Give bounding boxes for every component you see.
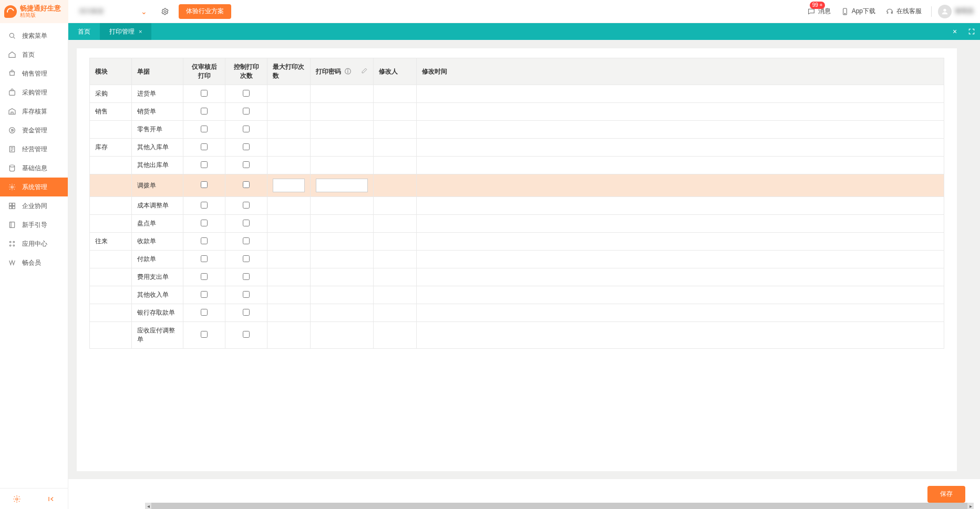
cell-module (90, 157, 132, 174)
edit-column-button[interactable] (361, 67, 368, 76)
save-button[interactable]: 保存 (927, 486, 965, 503)
cell-doc: 成本调整单 (132, 197, 183, 215)
sidebar-item-cart[interactable]: 销售管理 (0, 64, 68, 83)
org-selector[interactable]: 演示账套 ⌄ (75, 3, 151, 20)
tabs-close-all-button[interactable]: × (946, 23, 963, 40)
sidebar-item-stock[interactable]: 库存核算 (0, 102, 68, 121)
messages-button[interactable]: 99 + 消息 (807, 7, 831, 16)
sidebar-collapse-button[interactable] (45, 493, 57, 505)
audit-checkbox[interactable] (201, 126, 208, 132)
ctrl-checkbox[interactable] (243, 255, 250, 262)
sidebar-item-report[interactable]: 经营管理 (0, 140, 68, 159)
cell-module (90, 322, 132, 349)
audit-checkbox[interactable] (201, 181, 208, 188)
scroll-right-arrow[interactable]: ▸ (967, 503, 974, 509)
customer-service-button[interactable]: 在线客服 (885, 7, 922, 16)
audit-checkbox[interactable] (201, 220, 208, 226)
tab-close-icon[interactable]: × (139, 28, 142, 35)
cell-modby (374, 286, 417, 304)
ctrl-checkbox[interactable] (243, 202, 250, 209)
ctrl-checkbox[interactable] (243, 273, 250, 280)
topbar-divider (931, 6, 932, 17)
scroll-track[interactable] (151, 503, 967, 509)
industry-solution-button[interactable]: 体验行业方案 (179, 4, 231, 19)
gear-icon (161, 7, 169, 16)
th-password: 打印密码 ⓘ (311, 58, 374, 85)
cell-modby (374, 103, 417, 121)
audit-checkbox[interactable] (201, 255, 208, 262)
audit-checkbox[interactable] (201, 331, 208, 338)
sidebar-item-book[interactable]: 新手引导 (0, 215, 68, 234)
ctrl-checkbox[interactable] (243, 237, 250, 244)
cell-doc: 收款单 (132, 233, 183, 251)
ctrl-checkbox[interactable] (243, 309, 250, 316)
sidebar-item-gear[interactable]: 系统管理 (0, 178, 68, 196)
cell-audit (183, 174, 225, 197)
cell-modtime (417, 215, 944, 233)
sidebar-footer (0, 488, 68, 509)
sidebar-item-label: 首页 (22, 50, 35, 59)
audit-checkbox[interactable] (201, 143, 208, 150)
industry-solution-label: 体验行业方案 (186, 7, 224, 16)
collapse-icon (47, 495, 55, 503)
sidebar-item-grid[interactable]: 企业协同 (0, 196, 68, 215)
ctrl-checkbox[interactable] (243, 90, 250, 97)
svg-point-16 (13, 241, 15, 243)
cell-audit (183, 197, 225, 215)
audit-checkbox[interactable] (201, 291, 208, 298)
sidebar-item-wallet[interactable]: 资金管理 (0, 121, 68, 140)
avatar[interactable] (938, 5, 952, 18)
cell-ctrl (225, 103, 267, 121)
cell-doc: 零售开单 (132, 121, 183, 139)
cell-pwd (311, 103, 374, 121)
sidebar-item-vip[interactable]: 畅会员 (0, 253, 68, 272)
cell-ctrl (225, 139, 267, 157)
sidebar-item-db[interactable]: 基础信息 (0, 159, 68, 178)
cell-doc: 盘点单 (132, 215, 183, 233)
cell-max (267, 157, 311, 174)
settings-button[interactable] (158, 4, 172, 19)
ctrl-checkbox[interactable] (243, 291, 250, 298)
sidebar-settings-button[interactable] (11, 493, 23, 505)
tabs-fullscreen-button[interactable] (963, 23, 980, 40)
svg-rect-10 (9, 203, 12, 206)
tab-首页[interactable]: 首页 (68, 23, 100, 40)
brand-logo[interactable]: 畅捷通好生意 精简版 (0, 0, 68, 23)
audit-checkbox[interactable] (201, 161, 208, 168)
print-password-input[interactable] (316, 179, 368, 192)
svg-point-4 (9, 33, 14, 37)
cell-pwd (311, 174, 374, 197)
tab-打印管理[interactable]: 打印管理× (100, 23, 151, 40)
sidebar-item-bag[interactable]: 采购管理 (0, 83, 68, 102)
svg-point-3 (943, 8, 946, 11)
scroll-left-arrow[interactable]: ◂ (145, 503, 151, 509)
ctrl-checkbox[interactable] (243, 143, 250, 150)
audit-checkbox[interactable] (201, 90, 208, 97)
ctrl-checkbox[interactable] (243, 108, 250, 115)
audit-checkbox[interactable] (201, 202, 208, 209)
sidebar-item-home[interactable]: 首页 (0, 45, 68, 64)
ctrl-checkbox[interactable] (243, 181, 250, 188)
audit-checkbox[interactable] (201, 309, 208, 316)
headset-icon (885, 7, 894, 16)
ctrl-checkbox[interactable] (243, 331, 250, 338)
audit-checkbox[interactable] (201, 273, 208, 280)
gear-icon (7, 182, 17, 192)
app-download-button[interactable]: App下载 (840, 7, 875, 16)
cell-module (90, 197, 132, 215)
audit-checkbox[interactable] (201, 237, 208, 244)
sidebar-item-apps[interactable]: 应用中心 (0, 234, 68, 253)
cell-modby (374, 85, 417, 103)
help-icon[interactable]: ⓘ (345, 68, 351, 75)
horizontal-scrollbar[interactable]: ◂ ▸ (145, 503, 974, 509)
ctrl-checkbox[interactable] (243, 161, 250, 168)
cell-ctrl (225, 322, 267, 349)
table-row: 采购进货单 (90, 85, 944, 103)
cell-audit (183, 322, 225, 349)
ctrl-checkbox[interactable] (243, 220, 250, 226)
sidebar-item-search[interactable]: 搜索菜单 (0, 26, 68, 45)
ctrl-checkbox[interactable] (243, 126, 250, 132)
cell-module: 采购 (90, 85, 132, 103)
audit-checkbox[interactable] (201, 108, 208, 115)
max-print-input[interactable] (273, 179, 305, 192)
